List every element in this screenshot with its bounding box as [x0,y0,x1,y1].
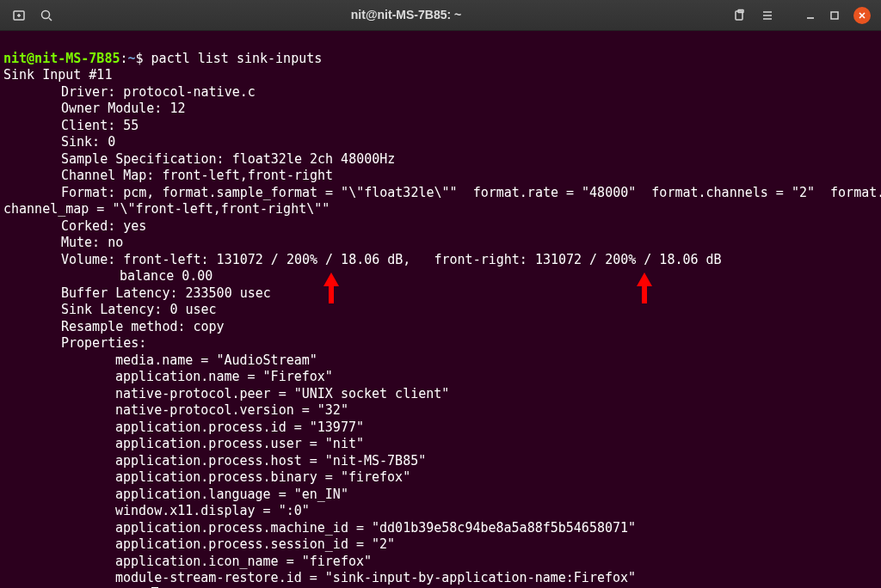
hamburger-menu-icon[interactable] [761,9,774,22]
prop-media: media.name = "AudioStream" [3,352,317,370]
prop-user: application.process.user = "nit" [3,436,364,453]
prop-lang: application.language = "en_IN" [3,487,348,504]
prop-host: application.process.host = "nit-MS-7B85" [3,453,426,470]
out-driver: Driver: protocol-native.c [3,84,256,101]
prop-bin: application.process.binary = "firefox" [3,469,410,487]
out-corked: Corked: yes [3,218,146,236]
terminal-viewport[interactable]: nit@nit-MS-7B85:~$ pactl list sink-input… [0,31,881,588]
svg-rect-4 [831,12,838,19]
out-sink-latency: Sink Latency: 0 usec [3,302,217,319]
out-buffer-latency: Buffer Latency: 233500 usec [3,285,271,303]
minimize-button[interactable] [805,10,816,21]
window-titlebar: nit@nit-MS-7B85: ~ [0,0,881,31]
out-chmap: Channel Map: front-left,front-right [3,168,333,185]
maximize-button[interactable] [829,10,840,21]
out-mute: Mute: no [3,235,123,252]
out-sink: Sink: 0 [3,134,115,151]
prompt-user-host: nit@nit-MS-7B85 [3,51,120,66]
out-properties: Properties: [3,335,146,352]
out-format-b: channel_map = "\"front-left,front-right\… [3,201,330,217]
out-volume: Volume: front-left: 131072 / 200% / 18.0… [3,252,722,269]
out-owner: Owner Module: 12 [3,101,186,118]
prompt-path: ~ [128,51,136,66]
prop-mach: application.process.machine_id = "dd01b3… [3,520,636,537]
prop-peer: native-protocol.peer = "UNIX socket clie… [3,386,449,403]
out-sample: Sample Specification: float32le 2ch 4800… [3,151,395,168]
close-button[interactable] [853,7,871,24]
window-title: nit@nit-MS-7B85: ~ [103,7,709,24]
prompt-colon: : [120,51,127,66]
prop-appname: application.name = "Firefox" [3,369,333,386]
out-header: Sink Input #11 [3,67,112,83]
out-client: Client: 55 [3,118,139,135]
prop-icon: application.icon_name = "firefox" [3,554,372,571]
prop-pid: application.process.id = "13977" [3,420,364,437]
prop-sess: application.process.session_id = "2" [3,536,395,554]
new-tab-icon[interactable] [12,9,26,22]
typed-command: pactl list sink-inputs [151,51,323,66]
prompt-symbol: $ [136,51,144,66]
paste-icon[interactable] [733,9,747,22]
out-resample: Resample method: copy [3,319,225,336]
prop-disp: window.x11.display = ":0" [3,503,310,520]
svg-point-1 [42,10,50,18]
out-balance: balance 0.00 [3,268,213,285]
prop-ver: native-protocol.version = "32" [3,402,348,420]
search-icon[interactable] [40,9,53,22]
out-format-a: Format: pcm, format.sample_format = "\"f… [3,185,881,202]
prompt-line-1: nit@nit-MS-7B85:~$ pactl list sink-input… [3,51,322,66]
prop-restore: module-stream-restore.id = "sink-input-b… [3,570,636,587]
